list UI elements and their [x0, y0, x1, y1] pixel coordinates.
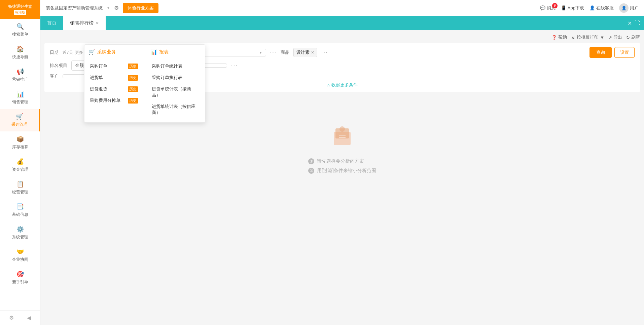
- guide-icon: 🎯: [16, 271, 24, 278]
- tabbar-expand-btn[interactable]: ⛶: [635, 20, 640, 26]
- sidebar-item-operation[interactable]: 📋 经营管理: [0, 176, 40, 199]
- base-icon: 📑: [16, 203, 24, 210]
- sidebar-item-inventory[interactable]: 📦 库存核算: [0, 131, 40, 154]
- date-label: 日期: [50, 49, 59, 55]
- refresh-btn[interactable]: ↻ 刷新: [626, 34, 640, 40]
- purchase-icon: 🛒: [16, 113, 23, 120]
- industry-btn[interactable]: 体验行业方案: [123, 3, 158, 13]
- search-icon: 🔍: [16, 23, 24, 30]
- sales-icon: 📊: [16, 90, 24, 98]
- print-icon: 🖨: [571, 35, 575, 40]
- system-icon: ⚙️: [16, 226, 24, 233]
- sidebar-logo-badge: 标准版: [14, 10, 26, 15]
- query-btn[interactable]: 查询: [589, 47, 612, 58]
- service-icon: 👤: [589, 5, 595, 10]
- settings-btn[interactable]: 设置: [614, 47, 635, 58]
- purchase-report-col: 📊 报表 采购订单统计表 采购订单执行表 进货单统计表（按商品）: [150, 49, 201, 118]
- enterprise-icon: 🤝: [16, 248, 24, 255]
- empty-num-2: ②: [308, 168, 314, 174]
- sidebar-bottom: ⚙ ◀: [0, 310, 40, 325]
- sidebar-item-quick[interactable]: 🏠 快捷导航: [0, 41, 40, 64]
- sidebar-item-guide[interactable]: 🎯 新手引导: [0, 267, 40, 289]
- message-badge: 9: [552, 3, 558, 8]
- tab-close-icon[interactable]: ✕: [96, 21, 99, 26]
- content-area: ❓ 帮助 🖨 按模板打印 ▼ ↗ 导出 ↻ 刷新: [40, 30, 644, 325]
- date-shortcut-more[interactable]: 更多: [75, 50, 83, 55]
- filter-toolbar: ❓ 帮助 🖨 按模板打印 ▼ ↗ 导出 ↻ 刷新: [44, 34, 640, 40]
- avatar-icon: 👤: [621, 6, 627, 10]
- report-receipt-goods-item[interactable]: 进货单统计表（按商品）: [150, 83, 201, 101]
- voucher-status-select[interactable]: ▼: [199, 49, 266, 56]
- purchase-expense-item[interactable]: 采购费用分摊单 历史: [88, 95, 139, 106]
- goods-tag-close[interactable]: ✕: [311, 50, 314, 55]
- purchase-receipt-badge: 历史: [128, 75, 138, 81]
- goods-label: 商品: [281, 49, 289, 55]
- online-service-btn[interactable]: 👤 在线客服: [589, 5, 614, 11]
- export-icon: ↗: [608, 35, 612, 40]
- home-icon: 🏠: [16, 45, 24, 53]
- sidebar-logo-text: 畅捷通好生意: [8, 4, 32, 9]
- salesperson-more-dots[interactable]: ···: [231, 63, 238, 69]
- tabbar-close-btn[interactable]: ✕: [628, 20, 632, 27]
- main-area: 装备及固定资产辅助管理系统 ▼ ⚙ 体验行业方案 💬 消息 9 📱 App下载 …: [40, 0, 644, 325]
- purchase-expense-badge: 历史: [128, 98, 138, 104]
- goods-more-dots[interactable]: ···: [321, 49, 328, 55]
- report-order-stat-item[interactable]: 采购订单统计表: [150, 60, 201, 72]
- topbar: 装备及固定资产辅助管理系统 ▼ ⚙ 体验行业方案 💬 消息 9 📱 App下载 …: [40, 0, 644, 16]
- app-download-btn[interactable]: 📱 App下载: [561, 5, 584, 11]
- empty-illustration: [325, 122, 359, 149]
- print-chevron-icon: ▼: [600, 35, 604, 40]
- purchase-dropdown-menu: 🛒 采购业务 采购订单 历史 进货单 历史: [84, 44, 205, 123]
- sidebar-settings-btn[interactable]: ⚙: [9, 315, 14, 321]
- empty-text: ① 请先选择要分析的方案 ② 用[过滤]条件来缩小分析范围: [308, 156, 376, 175]
- sidebar-logo: 畅捷通好生意 标准版: [0, 0, 40, 19]
- report-receipt-supplier-item[interactable]: 进货单统计表（按供应商）: [150, 101, 201, 118]
- topbar-right: 💬 消息 9 📱 App下载 👤 在线客服 👤 用户: [540, 3, 639, 13]
- message-icon: 💬: [540, 5, 545, 10]
- sidebar-collapse-btn[interactable]: ◀: [27, 315, 31, 321]
- sidebar-item-finance[interactable]: 💰 资金管理: [0, 154, 40, 176]
- topbar-settings-icon[interactable]: ⚙: [114, 5, 119, 11]
- dropdown-cols: 🛒 采购业务 采购订单 历史 进货单 历史: [88, 49, 201, 118]
- sidebar-item-sales[interactable]: 📊 销售管理: [0, 86, 40, 109]
- sidebar-item-enterprise[interactable]: 🤝 企业协同: [0, 244, 40, 267]
- purchase-return-item[interactable]: 进货退货 历史: [88, 83, 139, 95]
- tabbar-right: ✕ ⛶: [628, 20, 644, 27]
- purchase-business-col: 🛒 采购业务 采购订单 历史 进货单 历史: [88, 49, 139, 118]
- goods-tag: 设计素 ✕: [293, 48, 317, 57]
- purchase-order-badge: 历史: [128, 64, 138, 69]
- finance-icon: 💰: [16, 158, 24, 165]
- date-shortcut-7days[interactable]: 近7天: [63, 50, 73, 55]
- purchase-return-badge: 历史: [128, 86, 138, 92]
- chevron-down-icon: ▼: [107, 6, 110, 10]
- purchase-order-item[interactable]: 采购订单 历史: [88, 60, 139, 72]
- collapse-btn[interactable]: ∧ 收起更多条件: [327, 82, 358, 88]
- print-btn[interactable]: 🖨 按模板打印 ▼: [571, 34, 604, 40]
- empty-num-1: ①: [308, 158, 314, 164]
- sidebar-item-search[interactable]: 🔍 搜索菜单: [0, 19, 40, 41]
- voucher-more-dots[interactable]: ···: [270, 49, 277, 55]
- voucher-select-arrow: ▼: [259, 51, 262, 54]
- message-btn[interactable]: 💬 消息 9: [540, 5, 556, 11]
- sidebar: 畅捷通好生意 标准版 🔍 搜索菜单 🏠 快捷导航 📢 营销推广 📊 销售管理 🛒…: [0, 0, 40, 325]
- customer-label: 客户: [50, 73, 59, 79]
- topbar-title: 装备及固定资产辅助管理系统: [46, 5, 103, 11]
- help-btn[interactable]: ❓ 帮助: [551, 34, 567, 40]
- phone-icon: 📱: [561, 5, 566, 10]
- topbar-dropdown[interactable]: ▼: [107, 6, 110, 10]
- sidebar-item-system[interactable]: ⚙️ 系统管理: [0, 221, 40, 244]
- tab-ranking[interactable]: 销售排行榜 ✕: [63, 16, 106, 30]
- user-btn[interactable]: 👤 用户: [619, 3, 639, 13]
- help-icon: ❓: [551, 35, 557, 40]
- sidebar-item-marketing[interactable]: 📢 营销推广: [0, 64, 40, 86]
- collapse-icon: ∧: [327, 82, 332, 87]
- export-btn[interactable]: ↗ 导出: [608, 34, 622, 40]
- svg-point-2: [339, 126, 345, 132]
- ranking-label: 排名项目: [50, 63, 67, 69]
- tab-home[interactable]: 首页: [40, 16, 63, 30]
- report-order-exec-item[interactable]: 采购订单执行表: [150, 72, 201, 83]
- avatar: 👤: [619, 3, 629, 13]
- purchase-receipt-item[interactable]: 进货单 历史: [88, 72, 139, 83]
- sidebar-item-purchase[interactable]: 🛒 采购管理: [0, 109, 40, 131]
- sidebar-item-base[interactable]: 📑 基础信息: [0, 199, 40, 221]
